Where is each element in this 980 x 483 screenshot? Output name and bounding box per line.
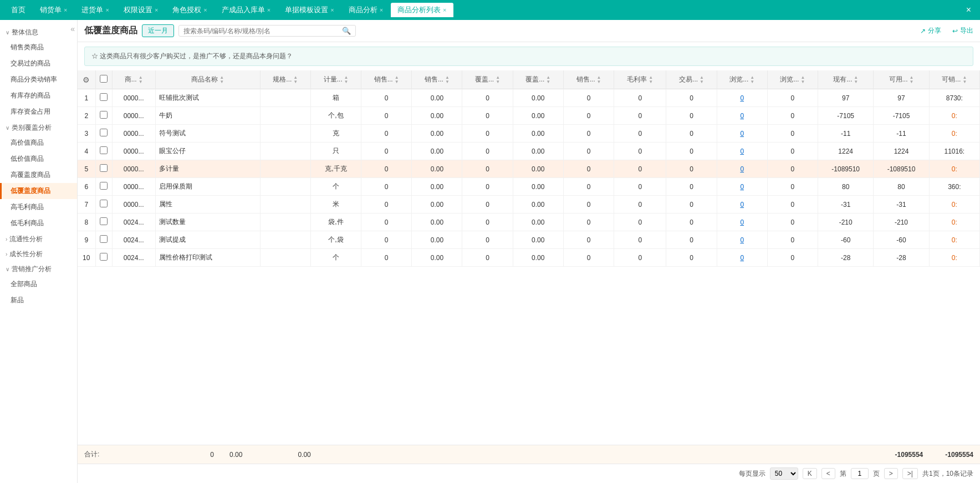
row-checkbox[interactable] (95, 249, 112, 267)
sort-unit[interactable]: ▲▼ (344, 75, 349, 84)
sidebar-item-sales-products[interactable]: 销售类商品 (0, 39, 77, 55)
row-browse1[interactable]: 0 (717, 107, 767, 125)
nav-product-analysis-close[interactable]: × (380, 7, 383, 13)
row-browse1[interactable]: 0 (717, 178, 767, 196)
sidebar-item-high-coverage[interactable]: 高覆盖度商品 (0, 167, 77, 183)
nav-product-analysis-list[interactable]: 商品分析列表 × (391, 3, 453, 17)
sort-sales-count[interactable]: ▲▼ (395, 75, 399, 84)
col-browse1[interactable]: 浏览... ▲▼ (717, 70, 767, 89)
row-checkbox[interactable] (95, 125, 112, 143)
sidebar-section-coverage[interactable]: ∨ 类别覆盖分析 (0, 120, 77, 135)
row-checkbox[interactable] (95, 231, 112, 249)
sort-code[interactable]: ▲▼ (139, 75, 143, 84)
col-transactions[interactable]: 交易... ▲▼ (666, 70, 717, 89)
row-checkbox[interactable] (95, 178, 112, 196)
sort-coverage1[interactable]: ▲▼ (496, 75, 500, 84)
sort-name[interactable]: ▲▼ (220, 75, 224, 84)
col-settings[interactable]: ⚙ (78, 70, 95, 89)
nav-template-settings-close[interactable]: × (330, 7, 334, 13)
col-name[interactable]: 商品名称 ▲▼ (155, 70, 260, 89)
sort-spec[interactable]: ▲▼ (293, 75, 298, 84)
sort-available-stock[interactable]: ▲▼ (910, 75, 914, 84)
sidebar-item-traded-products[interactable]: 交易过的商品 (0, 55, 77, 72)
col-available-stock[interactable]: 可用... ▲▼ (874, 70, 929, 89)
sort-salable-stock[interactable]: ▲▼ (962, 75, 967, 84)
col-checkbox[interactable] (95, 70, 112, 89)
search-input[interactable] (183, 27, 340, 35)
row-checkbox[interactable] (95, 89, 112, 107)
prev-page-button[interactable]: < (821, 468, 835, 479)
sort-gross-margin[interactable]: ▲▼ (649, 75, 653, 84)
sidebar-item-new-products[interactable]: 新品 (0, 292, 77, 308)
sort-coverage2[interactable]: ▲▼ (546, 75, 550, 84)
nav-product-analysis-list-close[interactable]: × (443, 7, 446, 13)
col-salable-stock[interactable]: 可销... ▲▼ (929, 70, 979, 89)
sidebar-section-overall[interactable]: ∨ 整体信息 (0, 24, 77, 39)
page-number-input[interactable] (851, 468, 869, 479)
col-sales-count[interactable]: 销售... ▲▼ (361, 70, 412, 89)
sidebar-item-stocked-products[interactable]: 有库存的商品 (0, 88, 77, 104)
nav-sales-close[interactable]: × (64, 7, 67, 13)
nav-product-storage[interactable]: 产成品入库单 × (215, 3, 277, 17)
settings-icon[interactable]: ⚙ (83, 75, 90, 84)
col-browse2[interactable]: 浏览... ▲▼ (767, 70, 818, 89)
sidebar-item-high-value[interactable]: 高价值商品 (0, 135, 77, 151)
row-browse1[interactable]: 0 (717, 160, 767, 178)
window-close-button[interactable]: × (962, 5, 976, 15)
sort-browse2[interactable]: ▲▼ (800, 75, 805, 84)
time-filter-button[interactable]: 近一月 (142, 24, 174, 37)
next-page-button[interactable]: > (884, 468, 898, 479)
row-checkbox[interactable] (95, 213, 112, 231)
row-browse1[interactable]: 0 (717, 196, 767, 213)
sidebar-item-product-activation-rate[interactable]: 商品分类动销率 (0, 72, 77, 88)
col-coverage1[interactable]: 覆盖... ▲▼ (462, 70, 513, 89)
nav-permissions[interactable]: 权限设置 × (117, 3, 165, 17)
row-browse1[interactable]: 0 (717, 249, 767, 267)
sidebar-item-low-value[interactable]: 低价值商品 (0, 151, 77, 167)
col-unit[interactable]: 计量... ▲▼ (310, 70, 361, 89)
nav-roles[interactable]: 角色授权 × (166, 3, 213, 17)
first-page-button[interactable]: K (803, 468, 817, 479)
sort-sales-days[interactable]: ▲▼ (597, 75, 601, 84)
row-browse1[interactable]: 0 (717, 125, 767, 143)
row-checkbox[interactable] (95, 107, 112, 125)
row-browse1[interactable]: 0 (717, 231, 767, 249)
sort-transactions[interactable]: ▲▼ (700, 75, 704, 84)
export-button[interactable]: ↩ 导出 (952, 26, 973, 35)
sidebar-item-low-margin[interactable]: 低毛利商品 (0, 215, 77, 231)
col-spec[interactable]: 规格... ▲▼ (260, 70, 310, 89)
sidebar-item-low-coverage[interactable]: 低覆盖度商品 (0, 183, 77, 199)
sidebar-item-high-margin[interactable]: 高毛利商品 (0, 199, 77, 215)
nav-template-settings[interactable]: 单据模板设置 × (278, 3, 340, 17)
last-page-button[interactable]: >| (902, 468, 918, 479)
nav-home[interactable]: 首页 (4, 3, 32, 17)
col-gross-margin[interactable]: 毛利率 ▲▼ (614, 70, 666, 89)
row-checkbox[interactable] (95, 196, 112, 213)
sidebar-section-circulation[interactable]: › 流通性分析 (0, 231, 77, 246)
sort-sales-amount[interactable]: ▲▼ (445, 75, 450, 84)
row-browse1[interactable]: 0 (717, 89, 767, 107)
nav-purchase-close[interactable]: × (105, 7, 109, 13)
row-checkbox[interactable] (95, 143, 112, 160)
sort-browse1[interactable]: ▲▼ (750, 75, 754, 84)
nav-purchase[interactable]: 进货单 × (75, 3, 115, 17)
search-icon[interactable]: 🔍 (342, 27, 351, 35)
col-current-stock[interactable]: 现有... ▲▼ (818, 70, 874, 89)
nav-permissions-close[interactable]: × (155, 7, 158, 13)
sidebar-section-marketing[interactable]: ∨ 营销推广分析 (0, 261, 77, 276)
share-button[interactable]: ↗ 分享 (920, 26, 941, 35)
col-code[interactable]: 商... ▲▼ (112, 70, 155, 89)
col-coverage2[interactable]: 覆盖... ▲▼ (513, 70, 563, 89)
row-browse1[interactable]: 0 (717, 213, 767, 231)
row-checkbox[interactable] (95, 160, 112, 178)
col-sales-amount[interactable]: 销售... ▲▼ (412, 70, 462, 89)
nav-sales[interactable]: 销货单 × (33, 3, 74, 17)
sort-current-stock[interactable]: ▲▼ (854, 75, 858, 84)
nav-roles-close[interactable]: × (203, 7, 207, 13)
row-browse1[interactable]: 0 (717, 143, 767, 160)
nav-product-storage-close[interactable]: × (267, 7, 270, 13)
sidebar-item-all-products[interactable]: 全部商品 (0, 276, 77, 292)
sidebar-section-growth[interactable]: › 成长性分析 (0, 246, 77, 261)
sidebar-item-inventory-capital[interactable]: 库存资金占用 (0, 104, 77, 120)
col-sales-days[interactable]: 销售... ▲▼ (563, 70, 614, 89)
